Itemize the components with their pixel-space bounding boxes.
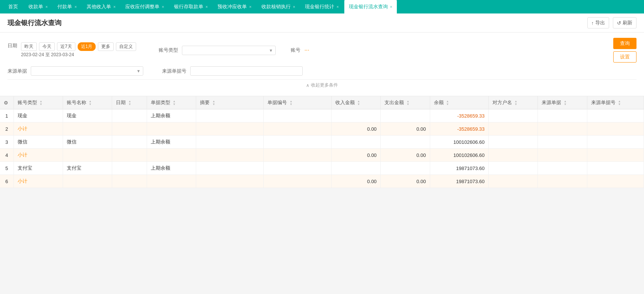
cell-summary <box>196 136 264 149</box>
account-type-select[interactable]: ▾ <box>182 46 276 55</box>
cell-account-type: 支付宝 <box>14 162 63 175</box>
th-expense[interactable]: 支出金额 ▲▼ <box>381 96 430 109</box>
cell-expense: 0.00 <box>381 122 430 136</box>
cell-doc-no <box>264 122 331 136</box>
query-button[interactable]: 查询 <box>613 38 636 49</box>
tab-fukuan[interactable]: 付款单 × <box>53 0 81 13</box>
tab-close-xianjinyinhang[interactable]: × <box>336 4 339 9</box>
cell-doc-type <box>147 149 196 162</box>
sort-doc-type-icon: ▲▼ <box>173 100 176 106</box>
tab-liushui[interactable]: 现金银行流水查询 × <box>344 0 397 13</box>
cell-source-doc <box>538 122 587 136</box>
tab-close-yushouzhengying[interactable]: × <box>249 4 251 9</box>
top-navigation: 首页 收款单 × 付款单 × 其他收入单 × 应收应付调整单 × 银行存取款单 … <box>0 0 644 13</box>
cell-source-doc-no <box>587 175 644 188</box>
tab-yingshoudiaoz[interactable]: 应收应付调整单 × <box>121 0 168 13</box>
date-options: 昨天 今天 近7天 近1月 更多 自定义 <box>21 42 136 51</box>
cell-income: 0.00 <box>331 122 380 136</box>
table-header: ⚙ 账号类型 ▲▼ 账号名称 ▲▼ 日期 ▲▼ 单据类型 ▲▼ <box>0 96 644 109</box>
tab-shouhezhixing[interactable]: 收款核销执行 × <box>257 0 300 13</box>
tab-close-shouhezhixing[interactable]: × <box>293 4 295 9</box>
th-date[interactable]: 日期 ▲▼ <box>112 96 147 109</box>
cell-counterpart <box>488 122 537 136</box>
cell-account-type: 现金 <box>14 109 63 122</box>
page-header: 现金银行流水查询 ↑ 导出 ↺ 刷新 <box>0 13 644 33</box>
nav-home[interactable]: 首页 <box>3 3 23 10</box>
date-btn-1month[interactable]: 近1月 <box>78 42 96 51</box>
tab-close-fukuan[interactable]: × <box>74 4 77 9</box>
date-btn-7days[interactable]: 近7天 <box>57 42 75 51</box>
cell-expense <box>381 136 430 149</box>
tab-close-qitashouru[interactable]: × <box>113 4 116 9</box>
th-balance[interactable]: 余额 ▲▼ <box>430 96 488 109</box>
cell-account-name: 支付宝 <box>63 162 112 175</box>
tab-xianjinyinhang[interactable]: 现金银行统计 × <box>300 0 343 13</box>
th-source-doc[interactable]: 来源单据 ▲▼ <box>538 96 587 109</box>
source-doc-no-input[interactable] <box>190 66 303 76</box>
th-settings[interactable]: ⚙ <box>0 96 14 109</box>
source-doc-no-group: 来源单据号 <box>162 66 303 76</box>
th-doc-type[interactable]: 单据类型 ▲▼ <box>147 96 196 109</box>
source-doc-select[interactable]: ▾ <box>31 66 143 76</box>
collapse-bar[interactable]: ∧ 收起更多条件 <box>8 79 636 91</box>
date-btn-yesterday[interactable]: 昨天 <box>21 42 37 51</box>
cell-doc-type: 上期余额 <box>147 136 196 149</box>
cell-index: 3 <box>0 136 14 149</box>
th-doc-no[interactable]: 单据编号 ▲▼ <box>264 96 331 109</box>
cell-doc-type <box>147 122 196 136</box>
cell-account-type: 小计 <box>14 175 63 188</box>
th-counterpart[interactable]: 对方户名 ▲▼ <box>488 96 537 109</box>
settings-button[interactable]: 设置 <box>613 51 636 63</box>
cell-counterpart <box>488 136 537 149</box>
cell-doc-type: 上期余额 <box>147 109 196 122</box>
collapse-icon: ∧ <box>306 83 309 88</box>
cell-source-doc <box>538 136 587 149</box>
table-body: 1 现金 现金 上期余额 -3528659.33 2 小计 0.00 0.00 … <box>0 109 644 188</box>
th-account-type[interactable]: 账号类型 ▲▼ <box>14 96 63 109</box>
cell-income: 0.00 <box>331 175 380 188</box>
tab-shoukuan[interactable]: 收款单 × <box>24 0 52 13</box>
cell-source-doc-no <box>587 109 644 122</box>
cell-doc-no <box>264 162 331 175</box>
tab-yinhangcunqu[interactable]: 银行存取款单 × <box>170 0 212 13</box>
cell-income <box>331 109 380 122</box>
th-summary[interactable]: 摘要 ▲▼ <box>196 96 264 109</box>
tab-close-yingshoudiaoz[interactable]: × <box>162 4 164 9</box>
cell-date <box>112 175 147 188</box>
cell-balance: -3528659.33 <box>430 122 488 136</box>
sort-doc-no-icon: ▲▼ <box>290 100 293 106</box>
export-icon: ↑ <box>591 20 594 26</box>
cell-account-name <box>63 175 112 188</box>
cell-income <box>331 162 380 175</box>
cell-source-doc <box>538 175 587 188</box>
cell-source-doc <box>538 109 587 122</box>
table-area: ⚙ 账号类型 ▲▼ 账号名称 ▲▼ 日期 ▲▼ 单据类型 ▲▼ <box>0 96 644 188</box>
account-type-arrow-icon: ▾ <box>270 48 272 53</box>
tab-yushouzhengying[interactable]: 预收冲应收单 × <box>213 0 256 13</box>
th-source-doc-no[interactable]: 来源单据号 ▲▼ <box>587 96 644 109</box>
tab-close-shoukuan[interactable]: × <box>45 4 48 9</box>
tab-close-yinhangcunqu[interactable]: × <box>206 4 208 9</box>
cell-index: 5 <box>0 162 14 175</box>
cell-account-name <box>63 149 112 162</box>
table-row: 3 微信 微信 上期余额 100102606.60 <box>0 136 644 149</box>
date-btn-today[interactable]: 今天 <box>39 42 55 51</box>
date-filter-group: 日期 昨天 今天 近7天 近1月 更多 自定义 2023-02-24 至 202… <box>8 42 136 58</box>
tab-qitashouru[interactable]: 其他收入单 × <box>82 0 120 13</box>
cell-account-name <box>63 122 112 136</box>
th-income[interactable]: 收入金额 ▲▼ <box>331 96 380 109</box>
cell-date <box>112 162 147 175</box>
table-gear-icon[interactable]: ⚙ <box>4 100 8 106</box>
export-button[interactable]: ↑ 导出 <box>587 17 609 28</box>
refresh-button[interactable]: ↺ 刷新 <box>613 17 636 28</box>
cell-counterpart <box>488 175 537 188</box>
th-account-name[interactable]: 账号名称 ▲▼ <box>63 96 112 109</box>
account-number-dots[interactable]: ··· <box>304 47 309 54</box>
cell-account-type: 小计 <box>14 122 63 136</box>
tab-close-liushui[interactable]: × <box>390 4 392 9</box>
date-btn-custom[interactable]: 自定义 <box>116 42 136 51</box>
cell-balance: 100102606.60 <box>430 149 488 162</box>
date-btn-more[interactable]: 更多 <box>98 42 114 51</box>
cell-date <box>112 122 147 136</box>
date-range-display: 2023-02-24 至 2023-03-24 <box>21 52 136 58</box>
